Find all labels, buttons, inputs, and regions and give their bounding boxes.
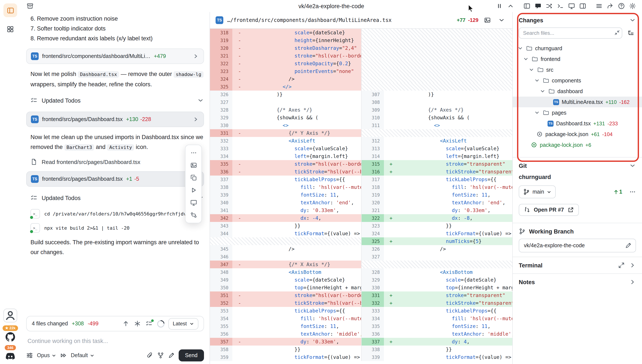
updated-todos-row[interactable]: Updated Todos [26,95,204,106]
help-icon[interactable] [616,1,626,11]
diff-line-add[interactable]: 331+ stroke="transparent" [361,292,512,299]
file-edit-chip[interactable]: TS frontend/src/components/dashboard/Mul… [26,48,204,64]
file-tree-item-src[interactable]: src [513,64,642,75]
working-branch-field[interactable] [519,239,636,252]
chevron-down-icon[interactable] [629,17,636,24]
diff-line-ctx[interactable]: 346 [210,253,361,260]
diff-line-ctx[interactable]: 328 <AxisBottom [361,268,512,276]
diff-line-del[interactable]: 347- {/* X Axis */} [210,260,361,268]
diff-line-ctx[interactable]: 321 dy: '0.33em', [361,206,512,214]
file-tree-item-pages[interactable]: pages [513,107,642,118]
chat-icon[interactable] [533,1,543,11]
more-options-icon[interactable] [629,188,636,195]
diff-line-ctx[interactable]: 320 textAnchor: 'end', [361,199,512,206]
file-edit-chip[interactable]: TS frontend/src/pages/Dashboard.tsx +130… [26,112,204,127]
terminal-icon[interactable] [555,1,565,11]
file-tree-item-churnguard[interactable]: churnguard [513,43,642,54]
diff-line-ctx[interactable]: 326 /> [361,245,512,253]
diff-line-ctx[interactable]: 343 }} [210,222,361,230]
diff-line-add[interactable]: 316+ tickStroke="transparent" [361,168,512,176]
sliders-icon[interactable] [26,352,33,359]
chevron-down-icon[interactable] [534,110,540,116]
diff-line-ctx[interactable]: 319 fontSize: 11, [361,191,512,199]
diff-line-ctx[interactable]: 359 tickFormat={(value) => formatValue(v… [210,353,361,361]
diff-line-ctx[interactable]: 314 left={margin.left} [361,152,512,160]
diff-line-del[interactable]: 324- /> [210,75,361,83]
diff-line-ctx[interactable]: 309 {/* Axes */} [361,106,512,114]
diff-line-ctx[interactable]: 307 )} [361,90,512,98]
diff-line-ctx[interactable]: 323 }} [361,222,512,230]
diff-line-add[interactable]: 315+ stroke="transparent" [361,160,512,168]
diff-line-ctx[interactable]: 326 )} [210,90,361,98]
github-icon[interactable] [5,332,16,342]
diff-line-del[interactable]: 321- stroke="hsl(var(--border))" [210,52,361,60]
edit-pencil-icon[interactable] [625,242,632,249]
diff-line-ctx[interactable]: 330 top={innerHeight + margin.top} [361,284,512,292]
diff-line-ctx[interactable]: 338 }} [361,346,512,353]
diff-line-del[interactable]: 325- </> [210,83,361,90]
diff-line-ctx[interactable]: 353 tickLabelProps={{ [210,307,361,315]
copy-icon[interactable] [187,172,200,184]
file-edit-chip[interactable]: TS frontend/src/pages/Dashboard.tsx +1-5 [26,171,204,187]
updated-todos-row[interactable]: Updated Todos [26,193,204,203]
diff-line-del[interactable]: 320- strokeDasharray="2,4" [210,44,361,52]
read-file-row[interactable]: Read frontend/src/pages/Dashboard.tsx [26,158,204,165]
diff-line-del[interactable]: 318- scale={dateScale} [210,29,361,36]
notes-section-header[interactable]: Notes [513,276,642,288]
forward-icon[interactable] [605,1,615,11]
diff-line-ctx[interactable]: 312 <AxisLeft [361,137,512,145]
diff-line-del[interactable]: 331- {/* Y Axis */} [210,129,361,137]
diff-line-ctx[interactable]: 332 <AxisLeft [210,137,361,145]
monitor-icon[interactable] [566,1,577,11]
menu-icon[interactable] [594,1,604,11]
working-branch-input[interactable] [523,242,622,249]
attachment-icon[interactable] [147,352,153,359]
diff-line-del[interactable]: 351- stroke="hsl(var(--border))" [210,292,361,299]
diff-line-ctx[interactable]: 338 fill: 'hsl(var(--muted-foreground))'… [210,183,361,191]
diff-line-ctx[interactable]: 354 fill: 'hsl(var(--muted-foreground))'… [210,315,361,322]
mode-dropdown[interactable]: Default [71,352,94,358]
file-tree-item-package-lock-json[interactable]: package-lock.json+61-104 [513,129,642,140]
diff-line-ctx[interactable]: 328 {/* Axes */} [210,106,361,114]
diff-line-ctx[interactable]: 358 }} [210,346,361,353]
diff-line-ctx[interactable]: 339 tickFormat={(value) => formatValue(v… [361,353,512,361]
diff-line-del[interactable]: 323- pointerEvents="none" [210,68,361,75]
file-tree-item-package-lock-json[interactable]: package-lock.json+6 [513,140,642,150]
diff-line-ctx[interactable]: 329 {showAxis && ( [210,114,361,122]
collapse-tree-icon[interactable] [614,30,620,36]
pen-icon[interactable] [168,352,175,359]
diff-line-ctx[interactable]: 329 scale={dateScale} [361,276,512,284]
diff-line-ctx[interactable]: 318 fill: 'hsl(var(--muted-foreground))'… [361,183,512,191]
chevron-down-icon[interactable] [523,56,529,62]
git-section-header[interactable]: Git [513,159,642,172]
chevron-down-icon[interactable] [629,162,636,169]
diff-line-ctx[interactable]: 333 tickLabelProps={{ [361,307,512,315]
file-tree-item-multilinearea-tsx[interactable]: TSMultiLineArea.tsx+110-162 [513,96,642,107]
expand-icon[interactable] [618,262,625,269]
workspaces-grid-icon[interactable] [5,24,16,34]
diff-line-ctx[interactable]: 341 dy: '0.33em', [210,206,361,214]
diff-line-add[interactable]: 332+ tickStroke="transparent" [361,299,512,307]
diff-line-ctx[interactable]: 324 tickFormat={(value) => formatValue(v… [361,230,512,237]
screenshot-icon[interactable] [187,159,200,171]
message-input[interactable] [28,338,203,344]
open-pr-button[interactable]: Open PR #7 [519,204,579,216]
file-tree-item-dashboard[interactable]: dashboard [513,86,642,96]
diff-line-ctx[interactable]: 333 scale={valueScale} [210,145,361,152]
diff-line-ctx[interactable]: 350 top={innerHeight + margin.top} [210,284,361,292]
chevron-right-icon[interactable] [629,278,636,286]
chevron-right-icon[interactable] [629,262,636,269]
archive-icon[interactable] [25,1,35,11]
panel-right-icon[interactable] [577,1,588,11]
diff-line-del[interactable]: 319- height={innerHeight} [210,36,361,44]
send-button[interactable]: Send [179,350,204,362]
arrow-up-icon[interactable] [123,320,130,327]
todos-status-icon[interactable] [146,320,153,327]
shuffle-icon[interactable] [544,1,554,11]
diff-line-del[interactable]: 352- tickStroke="hsl(var(--border))" [210,299,361,307]
diff-line-ctx[interactable]: 345 /> [210,245,361,253]
diff-line-del[interactable]: 335- stroke="hsl(var(--border))" [210,160,361,168]
diff-line-ctx[interactable]: 344 tickFormat={(value) => formatValue(v… [210,230,361,237]
app-logo[interactable] [4,4,17,17]
terminal-section-header[interactable]: Terminal [513,259,642,272]
